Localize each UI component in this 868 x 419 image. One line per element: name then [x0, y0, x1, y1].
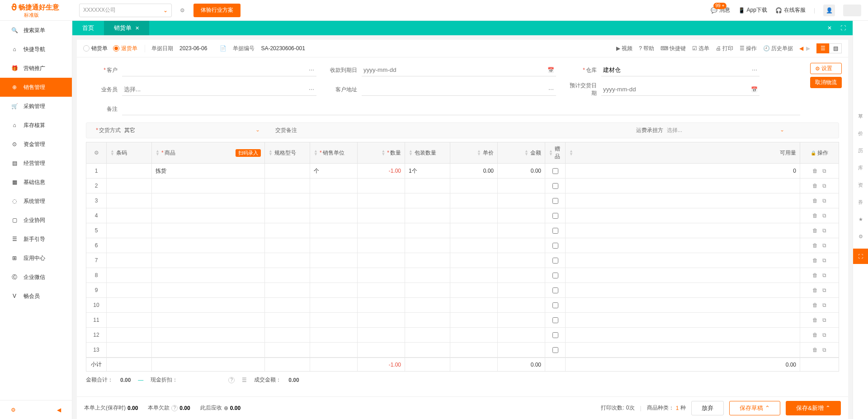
cell-spec[interactable]: [265, 313, 310, 327]
cell-pkg[interactable]: [405, 193, 450, 208]
sidebar-item-business[interactable]: ▤经营管理: [0, 154, 72, 173]
delete-icon[interactable]: 🗑: [812, 183, 818, 189]
history-link[interactable]: 🕘历史单据: [763, 45, 793, 52]
cell-amount[interactable]: 0.00: [498, 164, 545, 178]
table-row[interactable]: 11🗑⧉: [86, 313, 839, 328]
cancel-logistics-button[interactable]: 取消物流: [810, 77, 842, 88]
cell-qty[interactable]: [358, 208, 405, 223]
table-row[interactable]: 13🗑⧉: [86, 343, 839, 358]
delete-icon[interactable]: 🗑: [812, 332, 818, 338]
cell-barcode[interactable]: [107, 328, 152, 342]
cell-pkg[interactable]: [405, 253, 450, 268]
cell-product[interactable]: [152, 343, 265, 357]
table-row[interactable]: 1拣货个-1.001个0.000.000🗑⧉: [86, 164, 839, 179]
cell-price[interactable]: [450, 268, 498, 282]
cell-gift[interactable]: [545, 193, 566, 208]
cell-product[interactable]: [152, 298, 265, 312]
abandon-button[interactable]: 放弃: [691, 401, 724, 415]
cell-unit[interactable]: [310, 343, 358, 357]
remark-input[interactable]: [122, 103, 800, 115]
gift-checkbox[interactable]: [552, 228, 558, 234]
delete-icon[interactable]: 🗑: [812, 198, 818, 204]
cell-amount[interactable]: [498, 208, 545, 223]
radio-sales-order[interactable]: 销货单: [83, 45, 108, 52]
cell-barcode[interactable]: [107, 343, 152, 357]
cell-price[interactable]: [450, 298, 498, 312]
cell-amount[interactable]: [498, 328, 545, 342]
sidebar-item-basicinfo[interactable]: ▦基础信息: [0, 173, 72, 192]
rail-item-4[interactable]: 资: [856, 180, 866, 190]
cell-barcode[interactable]: [107, 179, 152, 193]
shortcut-link[interactable]: ⌨快捷键: [660, 45, 686, 52]
cell-spec[interactable]: [265, 223, 310, 238]
sidebar-item-sales[interactable]: ⊕销售管理: [0, 78, 72, 97]
cell-barcode[interactable]: [107, 223, 152, 238]
copy-icon[interactable]: ⧉: [822, 332, 826, 338]
cell-pkg[interactable]: [405, 238, 450, 253]
delete-icon[interactable]: 🗑: [812, 212, 818, 219]
customer-input[interactable]: ⋯: [122, 64, 316, 76]
expand-icon[interactable]: ⊕: [224, 405, 228, 411]
lookup-icon[interactable]: ⋯: [309, 86, 315, 93]
sidebar-item-collab[interactable]: ▢企业协同: [0, 211, 72, 230]
copy-icon[interactable]: ⧉: [822, 347, 826, 353]
cell-amount[interactable]: [498, 343, 545, 357]
copy-icon[interactable]: ⧉: [822, 227, 826, 234]
cell-gift[interactable]: [545, 268, 566, 282]
delete-icon[interactable]: 🗑: [812, 317, 818, 323]
cell-amount[interactable]: [498, 268, 545, 282]
gear-icon-bottom[interactable]: ⚙: [11, 407, 16, 413]
cell-barcode[interactable]: [107, 238, 152, 253]
view-list-icon[interactable]: ☰: [816, 43, 829, 53]
cell-pkg[interactable]: [405, 223, 450, 238]
copy-icon[interactable]: ⧉: [822, 272, 826, 278]
freight-select[interactable]: 选择...⌄: [667, 127, 784, 134]
table-row[interactable]: 12🗑⧉: [86, 328, 839, 343]
cell-pkg[interactable]: [405, 328, 450, 342]
cell-gift[interactable]: [545, 343, 566, 357]
warehouse-input[interactable]: ⋯: [601, 64, 760, 76]
user-menu[interactable]: [843, 5, 861, 16]
cell-qty[interactable]: [358, 283, 405, 297]
cell-qty[interactable]: [358, 223, 405, 238]
cell-price[interactable]: [450, 253, 498, 268]
cell-amount[interactable]: [498, 313, 545, 327]
cell-pkg[interactable]: [405, 343, 450, 357]
tab-close-all-icon[interactable]: ✕: [824, 22, 835, 34]
next-doc-icon[interactable]: ▶: [806, 45, 810, 52]
delete-icon[interactable]: 🗑: [812, 257, 818, 264]
gift-checkbox[interactable]: [552, 213, 558, 219]
cell-barcode[interactable]: [107, 164, 152, 178]
cell-unit[interactable]: [310, 208, 358, 223]
table-row[interactable]: 4🗑⧉: [86, 208, 839, 223]
gift-checkbox[interactable]: [552, 243, 558, 249]
recv-date-input[interactable]: 📅: [362, 64, 556, 76]
table-row[interactable]: 6🗑⧉: [86, 238, 839, 253]
sidebar-item-inventory[interactable]: ⌂库存核算: [0, 116, 72, 135]
copy-icon[interactable]: ⧉: [822, 198, 826, 204]
cell-unit[interactable]: [310, 283, 358, 297]
delivery-note-input[interactable]: [301, 127, 617, 134]
sort-icon[interactable]: ▲▼: [409, 150, 413, 156]
copy-icon[interactable]: ⧉: [822, 183, 826, 189]
cust-addr-input[interactable]: ⋯: [362, 83, 556, 96]
print-link[interactable]: 🖨打印: [716, 45, 733, 52]
gift-checkbox[interactable]: [552, 273, 558, 278]
video-link[interactable]: ▶视频: [616, 45, 632, 52]
copy-icon[interactable]: ⧉: [822, 212, 826, 219]
sidebar-item-quicknav[interactable]: ⌂快捷导航: [0, 40, 72, 59]
sidebar-item-system[interactable]: ◌系统管理: [0, 192, 72, 211]
cell-qty[interactable]: [358, 179, 405, 193]
cell-qty[interactable]: [358, 238, 405, 253]
cell-spec[interactable]: [265, 238, 310, 253]
table-row[interactable]: 10🗑⧉: [86, 298, 839, 313]
cell-product[interactable]: [152, 328, 265, 342]
lookup-icon[interactable]: ⋯: [752, 67, 758, 73]
cell-qty[interactable]: -1.00: [358, 164, 405, 178]
rail-item-0[interactable]: 草: [856, 111, 866, 121]
rail-item-5[interactable]: 券: [856, 197, 866, 207]
cell-qty[interactable]: [358, 343, 405, 357]
gift-checkbox[interactable]: [552, 332, 558, 338]
cell-barcode[interactable]: [107, 253, 152, 268]
cell-spec[interactable]: [265, 253, 310, 268]
